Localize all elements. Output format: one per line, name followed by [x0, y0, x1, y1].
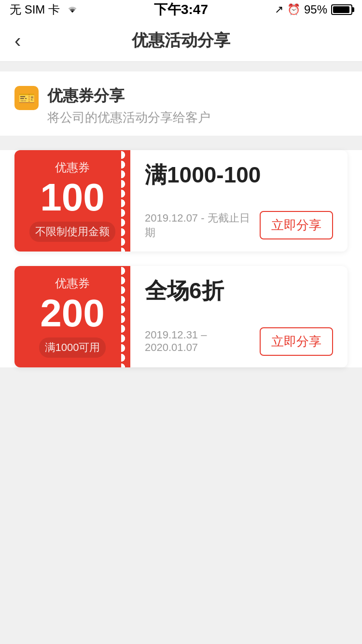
battery-percent: 95%	[304, 3, 327, 16]
coupon-bottom-1: 2019.12.07 - 无截止日期 立即分享	[145, 211, 333, 240]
section-subtitle: 将公司的优惠活动分享给客户	[47, 109, 210, 126]
coupon-date-1: 2019.12.07 - 无截止日期	[145, 211, 260, 240]
section-icon: 🎫	[14, 86, 39, 110]
coupon-amount-1: 100	[40, 178, 104, 217]
nav-bar: ‹ 优惠活动分享	[0, 19, 362, 62]
coupon-type-2: 优惠券	[55, 276, 90, 291]
battery-icon	[331, 4, 352, 15]
coupon-bottom-2: 2019.12.31 – 2020.01.07 立即分享	[145, 327, 333, 356]
battery-fill	[333, 6, 349, 13]
status-time: 下午3:47	[154, 0, 208, 19]
coupon-right-2: 全场6折 2019.12.31 – 2020.01.07 立即分享	[130, 266, 348, 367]
coupon-left-1: 优惠券 100 不限制使用金额	[14, 150, 130, 252]
coupon-type-1: 优惠券	[55, 160, 90, 175]
share-button-2[interactable]: 立即分享	[260, 327, 333, 356]
coupon-name-2: 全场6折	[145, 278, 333, 304]
coupon-list: 优惠券 100 不限制使用金额 满1000-100 2019.12.07 - 无…	[0, 150, 362, 367]
coupon-right-1: 满1000-100 2019.12.07 - 无截止日期 立即分享	[130, 150, 348, 252]
status-right: ↗ ⏰ 95%	[275, 3, 352, 16]
coupon-card: 优惠券 100 不限制使用金额 满1000-100 2019.12.07 - 无…	[14, 150, 348, 252]
status-bar: 无 SIM 卡 下午3:47 ↗ ⏰ 95%	[0, 0, 362, 19]
back-button[interactable]: ‹	[14, 31, 21, 50]
alarm-icon: ⏰	[287, 3, 300, 16]
coupon-icon-emoji: 🎫	[18, 90, 35, 106]
section-title: 优惠券分享	[47, 86, 210, 106]
share-button-1[interactable]: 立即分享	[260, 211, 333, 239]
coupon-amount-2: 200	[40, 294, 104, 333]
coupon-card-2: 优惠券 200 满1000可用 全场6折 2019.12.31 – 2020.0…	[14, 266, 348, 367]
section-header: 🎫 优惠券分享 将公司的优惠活动分享给客户	[0, 71, 362, 136]
carrier-text: 无 SIM 卡	[10, 2, 60, 17]
coupon-date-2: 2019.12.31 – 2020.01.07	[145, 329, 260, 354]
section-text: 优惠券分享 将公司的优惠活动分享给客户	[47, 86, 210, 126]
coupon-condition-1: 不限制使用金额	[29, 222, 115, 242]
coupon-left-2: 优惠券 200 满1000可用	[14, 266, 130, 367]
status-left: 无 SIM 卡	[10, 2, 80, 17]
page-title: 优惠活动分享	[132, 29, 230, 52]
coupon-name-1: 满1000-100	[145, 162, 333, 188]
location-icon: ↗	[275, 3, 283, 16]
wifi-icon	[65, 4, 80, 15]
bottom-area	[0, 382, 362, 644]
coupon-condition-2: 满1000可用	[39, 337, 106, 358]
